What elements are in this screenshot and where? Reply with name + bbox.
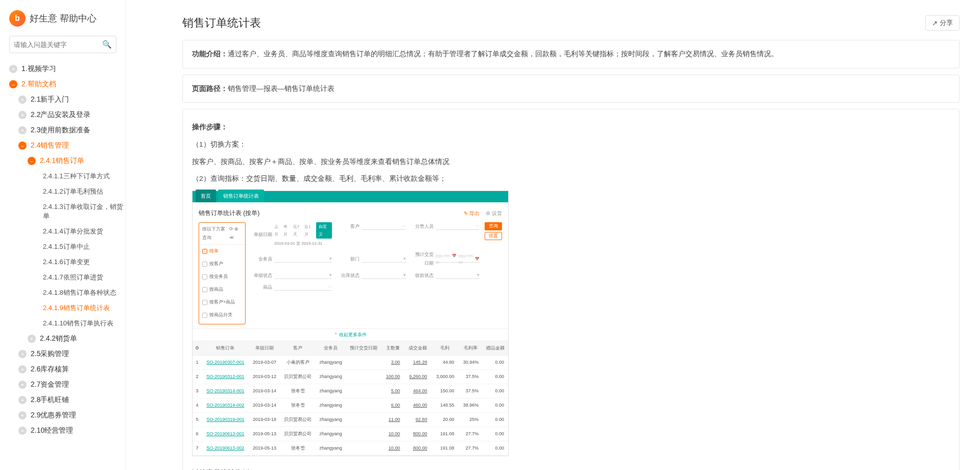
sidebar: b 好生意 帮助中心 🔍 +1.视频学习 –2.帮助文档 +2.1新手入门 +2… xyxy=(0,0,126,470)
search-input[interactable] xyxy=(14,41,102,49)
intro-card: 功能介绍：通过客户、业务员、商品等维度查询销售订单的明细汇总情况；有助于管理者了… xyxy=(182,40,960,68)
page-title: 销售订单统计表 xyxy=(182,15,261,31)
expand-icon: + xyxy=(18,126,27,134)
path-label: 页面路径： xyxy=(192,85,228,92)
main-content: 销售订单统计表 ↗ 分享 功能介绍：通过客户、业务员、商品等维度查询销售订单的明… xyxy=(126,0,980,470)
nav-leaf[interactable]: 2.4.1.1三种下订单方式 xyxy=(9,169,126,184)
ss-setting: ⚙ 设置 xyxy=(486,208,502,218)
app-logo: b 好生意 帮助中心 xyxy=(9,10,126,27)
intro-text: 通过客户、业务员、商品等维度查询销售订单的明细汇总情况；有助于管理者了解订单成交… xyxy=(228,50,778,58)
step2-text: （2）查询指标：交货日期、数量、成交金额、毛利、毛利率、累计收款金额等； xyxy=(192,171,950,186)
share-button[interactable]: ↗ 分享 xyxy=(925,15,960,31)
expand-icon: + xyxy=(18,427,27,435)
ss-collapse: ⌃ 收起更多条件 xyxy=(193,328,508,341)
nav-2-6[interactable]: +2.6库存核算 xyxy=(9,362,126,377)
nav-2-9[interactable]: +2.9优惠券管理 xyxy=(9,408,126,423)
expand-icon: + xyxy=(28,335,36,343)
nav-leaf[interactable]: 2.4.1.4订单分批发货 xyxy=(9,224,126,239)
expand-icon: + xyxy=(18,111,27,119)
nav-leaf[interactable]: 2.4.1.10销售订单执行表 xyxy=(9,316,126,331)
app-title: 好生意 帮助中心 xyxy=(30,12,97,25)
ss-set-btn: 设置 xyxy=(485,232,502,240)
expand-icon: + xyxy=(18,365,27,373)
path-text: 销售管理—报表—销售订单统计表 xyxy=(228,85,334,92)
collapse-icon: – xyxy=(9,80,17,88)
nav-2-5[interactable]: +2.5采购管理 xyxy=(9,346,126,362)
nav-2-7[interactable]: +2.7资金管理 xyxy=(9,377,126,392)
ss-title: 销售订单统计表 (按单) xyxy=(199,207,259,219)
expand-icon: + xyxy=(18,396,27,404)
logo-icon: b xyxy=(9,10,26,27)
path-card: 页面路径：销售管理—报表—销售订单统计表 xyxy=(182,75,960,103)
expand-icon: + xyxy=(18,350,27,358)
collapse-icon: – xyxy=(28,157,36,165)
nav-leaf[interactable]: 2.4.1.3订单收取订金，销货单 xyxy=(9,199,126,224)
step1-title: （1）切换方案： xyxy=(192,137,950,152)
nav-2-2[interactable]: +2.2产品安装及登录 xyxy=(9,107,126,123)
intro-label: 功能介绍： xyxy=(192,50,228,58)
nav-leaf[interactable]: 2.4.1.7依照订单进货 xyxy=(9,270,126,285)
expand-icon: + xyxy=(18,96,27,104)
steps-heading: 操作步骤： xyxy=(192,120,950,135)
ss-query-btn: 查询 xyxy=(485,222,502,230)
ss-export: ✎ 导出 xyxy=(464,208,480,218)
search-icon[interactable]: 🔍 xyxy=(102,40,112,49)
ss-scheme-panel: 按以下方案查询⟳ ⊕ ≪ 按单按客户按业务员按商品按客户+商品按商品分类 xyxy=(199,222,246,324)
nav-2-1[interactable]: +2.1新手入门 xyxy=(9,92,126,107)
steps-card: 操作步骤： （1）切换方案： 按客户、按商品、按客户＋商品、按单、按业务员等维度… xyxy=(182,109,960,470)
expand-icon: + xyxy=(18,381,27,389)
nav-help-docs[interactable]: –2.帮助文档 xyxy=(9,77,126,92)
step1-text: 按客户、按商品、按客户＋商品、按单、按业务员等维度来查看销售订单总体情况 xyxy=(192,154,950,170)
nav-leaf[interactable]: 2.4.1.5订单中止 xyxy=(9,239,126,254)
expand-icon: + xyxy=(18,411,27,419)
nav-tree: +1.视频学习 –2.帮助文档 +2.1新手入门 +2.2产品安装及登录 +2.… xyxy=(9,61,126,438)
nav-2-4-2[interactable]: +2.4.2销货单 xyxy=(9,331,126,346)
nav-2-3[interactable]: +2.3使用前数据准备 xyxy=(9,123,126,138)
nav-leaf[interactable]: 2.4.1.8销售订单各种状态 xyxy=(9,285,126,300)
nav-2-4[interactable]: –2.4销售管理 xyxy=(9,138,126,153)
search-box[interactable]: 🔍 xyxy=(9,36,116,53)
ss-data-table: ⚙销售订单单据日期客户业务员预计交货日期主数量成交金额毛利毛利率赠品金额 1SO… xyxy=(193,341,508,456)
ss-tab-active: 销售订单统计表 xyxy=(218,190,264,202)
expand-icon: + xyxy=(9,65,17,73)
nav-2-4-1[interactable]: –2.4.1销售订单 xyxy=(9,153,126,169)
nav-leaf[interactable]: 2.4.1.2订单毛利预估 xyxy=(9,184,126,199)
nav-2-10[interactable]: +2.10经营管理 xyxy=(9,423,126,438)
para1: 以按商品统计为例， xyxy=(192,465,950,470)
share-icon: ↗ xyxy=(932,19,938,27)
nav-2-8[interactable]: +2.8手机旺铺 xyxy=(9,392,126,408)
nav-video[interactable]: +1.视频学习 xyxy=(9,61,126,77)
embedded-screenshot-1: 首页 销售订单统计表 销售订单统计表 (按单) ✎ 导出 ⚙ 设置 按以下方案查… xyxy=(192,191,509,456)
nav-leaf-active[interactable]: 2.4.1.9销售订单统计表 xyxy=(9,300,126,316)
collapse-icon: – xyxy=(18,142,27,150)
ss-tab-home: 首页 xyxy=(196,190,216,202)
nav-leaf[interactable]: 2.4.1.6订单变更 xyxy=(9,254,126,270)
